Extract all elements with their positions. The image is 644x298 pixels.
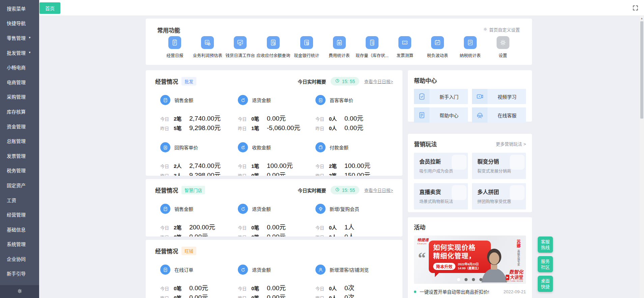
quick-item-settings[interactable]: 设置 xyxy=(486,36,519,58)
sidebar-item-19[interactable]: 新手引导 xyxy=(0,266,39,281)
quick-item-label: 现金银行统计 xyxy=(294,52,319,58)
floating-buttons: 客服热线服务社区桌面快捷 xyxy=(538,237,553,295)
metric-count: 0笔 xyxy=(251,115,267,122)
sidebar-item-18[interactable]: 企业协同 xyxy=(0,251,39,266)
fullscreen-icon[interactable] xyxy=(632,5,639,11)
quick-item-tax-wave[interactable]: 税负波动表 xyxy=(421,36,454,58)
help-item-online-service[interactable]: 在线客服 xyxy=(472,107,526,123)
carousel-dot-1[interactable] xyxy=(457,278,460,281)
quick-item-workbench[interactable]: 钱货日清工作台 xyxy=(224,36,257,58)
beginner-guide-icon xyxy=(414,89,429,104)
sidebar-item-10[interactable]: 总账管理 xyxy=(0,133,39,148)
quick-item-profit-forecast[interactable]: 业务利润预估表 xyxy=(191,36,224,58)
help-item-video-learning[interactable]: 视频学习 xyxy=(472,89,526,104)
view-daily-report-link[interactable]: 查看今日日报> xyxy=(364,78,393,84)
sidebar-item-12[interactable]: 税务管理 xyxy=(0,163,39,178)
realtime-summary-label: 今日实时概要 xyxy=(298,78,326,85)
carousel-dot-4[interactable] xyxy=(479,278,482,281)
sidebar-item-9[interactable]: 资金管理 xyxy=(0,119,39,134)
sidebar-item-17[interactable]: 系统管理 xyxy=(0,237,39,252)
sidebar-item-4[interactable]: 批发管理▼ xyxy=(0,45,39,60)
activity-banner[interactable]: 畅捷通 Chanjet “ 如何实现价格 精细化管理， 降本升效 2022年9月… xyxy=(414,235,526,284)
tab-home[interactable]: 首页 xyxy=(39,2,60,14)
metric-day: 昨日 xyxy=(160,125,174,131)
sidebar-item-label: 批发管理 xyxy=(7,49,26,56)
metric-count: 0笔 xyxy=(251,172,267,176)
floating-button-3[interactable]: 桌面快捷 xyxy=(538,276,553,292)
first-customer-icon xyxy=(315,95,326,105)
marketing-item-2[interactable]: 裂变分销裂变式发展分销商 xyxy=(472,153,526,179)
sales-icon xyxy=(160,204,170,214)
metric-refund: 退货金额今日0笔0.00元昨日1笔-5,060.00元 xyxy=(238,95,315,132)
homepage-customize-link[interactable]: 首页自定义设置 xyxy=(483,26,520,33)
quick-item-label: 纳税统计表 xyxy=(460,52,481,58)
metric-amount: 0.00元 xyxy=(344,113,363,122)
quick-item-daily-report[interactable]: 经营日报 xyxy=(159,36,191,58)
refund-icon xyxy=(238,204,248,214)
metric-count: 0人 xyxy=(329,124,344,131)
activity-panel: 活动 畅捷通 Chanjet “ 如何实现价格 精细化管理， 降本升效 xyxy=(408,217,532,298)
sidebar-item-1[interactable]: 搜索菜单 xyxy=(0,1,39,16)
view-daily-report-link[interactable]: 查看今日日报> xyxy=(364,187,393,193)
carousel-dot-2[interactable] xyxy=(465,278,468,281)
sidebar-item-label: 总账管理 xyxy=(7,138,26,144)
sidebar-item-15[interactable]: 经营管理 xyxy=(0,207,39,222)
help-docs-icon xyxy=(414,107,429,123)
sidebar-item-14[interactable]: 工资 xyxy=(0,193,39,207)
metric-day: 昨日 xyxy=(238,295,251,298)
sidebar-item-3[interactable]: 零售管理▼ xyxy=(0,30,39,45)
metric-label: 首客客单价 xyxy=(330,97,353,103)
marketing-item-4[interactable]: 多人拼团拼团购物享受优惠 xyxy=(472,183,526,209)
sidebar-item-label: 零售管理 xyxy=(7,34,26,41)
carousel-dot-3[interactable] xyxy=(472,278,475,281)
metric-amount: 150.00元 xyxy=(344,170,370,176)
help-item-help-docs[interactable]: 帮助中心 xyxy=(414,107,468,123)
scrollbar-thumb[interactable] xyxy=(640,21,643,119)
more-marketing-link[interactable]: 更多营销玩法 > xyxy=(496,141,526,147)
metric-amount: 100.00元 xyxy=(267,160,293,170)
sidebar-item-11[interactable]: 发票管理 xyxy=(0,148,39,163)
metric-day: 昨日 xyxy=(160,172,174,176)
metric-row: 昨日0笔0.00元 xyxy=(238,292,315,298)
video-learning-icon xyxy=(472,89,487,104)
workbench-icon xyxy=(234,36,247,49)
floating-button-2[interactable]: 服务社区 xyxy=(538,256,553,272)
dashboard-card-批发: 经营情况批发今日实时概要15: 55查看今日日报>销售金额今日2笔2,740.0… xyxy=(146,70,402,176)
metric-label: 销售金额 xyxy=(174,205,193,212)
quick-item-balance-query[interactable]: 应收应付余额查询 xyxy=(256,36,290,58)
marketing-item-1[interactable]: 会员拉新吸引用户成为会员 xyxy=(414,153,468,179)
sidebar-item-2[interactable]: 快捷导航 xyxy=(0,16,39,31)
scroll-up-arrow[interactable]: ▲ xyxy=(640,16,644,20)
help-center-panel: 帮助中心 新手入门视频学习帮助中心在线客服 xyxy=(408,70,532,122)
inventory-icon xyxy=(366,36,379,49)
news-date: 2022-09-21 xyxy=(504,289,526,294)
quick-item-cash-bank[interactable]: 现金银行统计 xyxy=(290,36,323,58)
floating-button-1[interactable]: 客服热线 xyxy=(538,237,553,253)
chevron-down-icon: ▼ xyxy=(28,51,31,54)
metric-amount: 0.00元 xyxy=(267,113,286,122)
metric-amount: 0.00元 xyxy=(267,283,286,292)
sidebar-item-13[interactable]: 固定资产 xyxy=(0,178,39,193)
help-item-beginner-guide[interactable]: 新手入门 xyxy=(414,89,468,104)
quick-item-tax-stats[interactable]: 纳税统计表 xyxy=(454,36,486,58)
metric-row: 今日0人1人 xyxy=(315,222,393,231)
metric-day: 昨日 xyxy=(315,295,329,298)
sidebar-item-label: 搜索菜单 xyxy=(7,5,26,12)
quick-item-expense-stats[interactable]: 费用统计表 xyxy=(323,36,356,58)
metric-amount: 0次 xyxy=(344,292,355,298)
sidebar-item-16[interactable]: 基础信息 xyxy=(0,222,39,237)
marketing-item-3[interactable]: 直播卖货场景式购物新玩法 xyxy=(414,183,468,209)
news-item-1[interactable]: 一键设置开单自动带出商品折扣价!2022-09-21 xyxy=(414,288,526,295)
sidebar-settings-button[interactable] xyxy=(0,285,39,298)
metric-row: 今日0笔0.00元 xyxy=(160,283,238,292)
clock-icon xyxy=(335,78,340,84)
sidebar-item-8[interactable]: 库存核算 xyxy=(0,104,39,119)
sidebar-item-5[interactable]: 小畅电商 xyxy=(0,60,39,75)
sidebar-item-6[interactable]: 电商管理 xyxy=(0,75,39,90)
repurchase-icon xyxy=(160,142,170,152)
metric-payment: 付款金额今日2笔100.00元昨日2笔150.00元 xyxy=(315,142,393,176)
quick-item-invoice-calc[interactable]: 发票测算 xyxy=(389,36,421,58)
sidebar-item-7[interactable]: 采购管理 xyxy=(0,90,39,104)
quick-item-inventory[interactable]: 现存量（库存状... xyxy=(356,36,389,58)
metric-row: 昨日0笔0.00元 xyxy=(238,231,315,237)
